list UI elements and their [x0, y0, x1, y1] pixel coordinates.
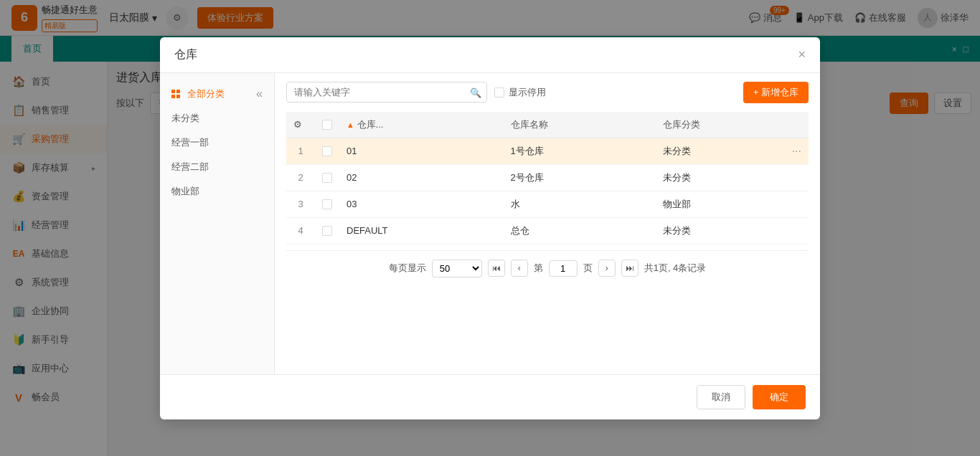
th-category: 仓库分类 [656, 112, 809, 138]
th-name: 仓库名称 [504, 112, 656, 138]
row-checkbox-4[interactable] [322, 226, 332, 236]
gear-icon: ⚙ [293, 119, 302, 130]
row-num-1: 1 [286, 138, 315, 164]
row-name-1: 1号仓库 [504, 138, 656, 164]
row-num-2: 2 [286, 164, 315, 191]
page-input[interactable] [549, 260, 578, 277]
row-checkbox-1[interactable] [322, 146, 332, 156]
category-item-property[interactable]: 物业部 [160, 179, 274, 204]
table-body: 1 01 1号仓库 未分类 ··· [286, 138, 809, 244]
cancel-button[interactable]: 取消 [697, 385, 745, 409]
row-check-4[interactable] [315, 217, 339, 244]
warehouse-table: ⚙ ▲ 仓库... 仓库名称 [286, 112, 809, 244]
th-code: ▲ 仓库... [339, 112, 504, 138]
th-check [315, 112, 339, 138]
category-header: 全部分类 « [160, 82, 274, 106]
show-disabled-text: 显示停用 [509, 86, 546, 99]
row-check-3[interactable] [315, 191, 339, 217]
row-name-4: 总仓 [504, 217, 656, 244]
category-item-unclassified[interactable]: 未分类 [160, 106, 274, 130]
next-page-btn[interactable]: › [598, 260, 616, 277]
search-field: 🔍 [286, 82, 487, 103]
row-code-4: DEFAULT [339, 217, 504, 244]
row-num-3: 3 [286, 191, 315, 217]
row-code-1: 01 [339, 138, 504, 164]
row-check-1[interactable] [315, 138, 339, 164]
dialog-toolbar: 🔍 显示停用 + 新增仓库 [286, 82, 809, 103]
first-page-btn[interactable]: ⏮ [488, 260, 505, 277]
grid-icon [171, 90, 180, 98]
row-name-3: 水 [504, 191, 656, 217]
dialog-footer: 取消 确定 [160, 374, 820, 419]
dialog-header: 仓库 × [160, 37, 820, 73]
show-disabled-checkbox[interactable] [494, 87, 504, 98]
dialog-title: 仓库 [174, 47, 197, 62]
prev-page-btn[interactable]: ‹ [511, 260, 528, 277]
add-warehouse-btn[interactable]: + 新增仓库 [743, 82, 809, 103]
row-category-4: 未分类 [656, 217, 809, 244]
row-code-3: 03 [339, 191, 504, 217]
row-checkbox-3[interactable] [322, 199, 332, 209]
category-item-dept2[interactable]: 经营二部 [160, 155, 274, 179]
table-header: ⚙ ▲ 仓库... 仓库名称 [286, 112, 809, 138]
per-page-label: 每页显示 [389, 262, 426, 275]
show-disabled-label: 显示停用 [494, 86, 546, 99]
page-label: 第 [534, 262, 543, 275]
warehouse-dialog: 仓库 × 全部分类 « 未分类 经营一部 [160, 37, 820, 419]
search-icon[interactable]: 🔍 [470, 87, 481, 98]
last-page-btn[interactable]: ⏭ [621, 260, 639, 277]
row-checkbox-2[interactable] [322, 173, 332, 183]
page-unit: 页 [583, 262, 593, 275]
table-row[interactable]: 1 01 1号仓库 未分类 ··· [286, 138, 809, 164]
row-check-2[interactable] [315, 164, 339, 191]
sidebar-toggle-btn[interactable]: « [256, 87, 263, 100]
table-row[interactable]: 4 DEFAULT 总仓 未分类 [286, 217, 809, 244]
row-category-1: 未分类 ··· [656, 138, 809, 164]
row-name-2: 2号仓库 [504, 164, 656, 191]
search-input[interactable] [286, 82, 487, 103]
row-ellipsis-1[interactable]: ··· [792, 145, 801, 158]
dialog-body: 全部分类 « 未分类 经营一部 经营二部 物业部 [160, 73, 820, 374]
table-row[interactable]: 2 02 2号仓库 未分类 [286, 164, 809, 191]
sort-code-icon: ▲ [347, 120, 354, 129]
select-all-checkbox[interactable] [322, 120, 332, 130]
row-category-3: 物业部 [656, 191, 809, 217]
dialog-close-btn[interactable]: × [798, 48, 806, 61]
modal-overlay: 仓库 × 全部分类 « 未分类 经营一部 [0, 0, 980, 456]
row-num-4: 4 [286, 217, 315, 244]
dialog-sidebar: 全部分类 « 未分类 经营一部 经营二部 物业部 [160, 73, 275, 374]
pagination: 每页显示 50 100 ⏮ ‹ 第 页 › ⏭ 共1页, 4条记录 [286, 250, 809, 280]
category-header-label: 全部分类 [187, 87, 225, 100]
confirm-button[interactable]: 确定 [753, 385, 806, 409]
category-item-dept1[interactable]: 经营一部 [160, 130, 274, 155]
table-row[interactable]: 3 03 水 物业部 [286, 191, 809, 217]
dialog-main: 🔍 显示停用 + 新增仓库 ⚙ [275, 73, 820, 374]
row-category-2: 未分类 [656, 164, 809, 191]
th-gear: ⚙ [286, 112, 315, 138]
per-page-select[interactable]: 50 100 [432, 260, 482, 277]
total-info: 共1页, 4条记录 [644, 262, 707, 275]
row-code-2: 02 [339, 164, 504, 191]
